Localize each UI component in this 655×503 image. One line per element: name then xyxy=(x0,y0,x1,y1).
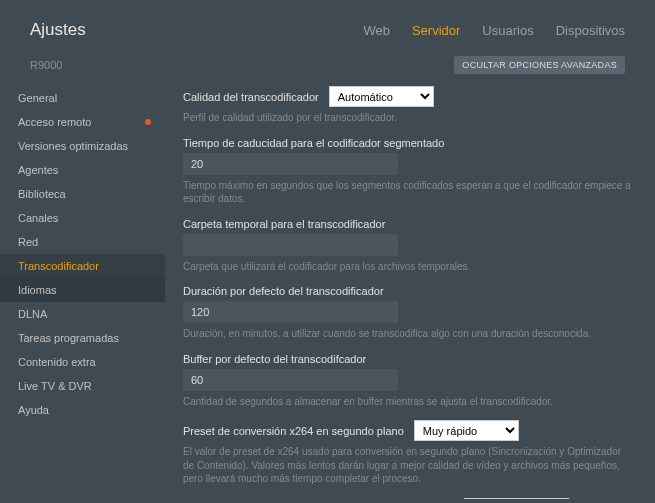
sidebar-item-label: Ayuda xyxy=(18,404,49,416)
preset-label: Preset de conversión x264 en segundo pla… xyxy=(183,425,404,437)
tab-dispositivos[interactable]: Dispositivos xyxy=(556,23,625,38)
tab-web[interactable]: Web xyxy=(363,23,390,38)
preset-select[interactable]: Muy rápido xyxy=(414,420,519,441)
duration-label: Duración por defecto del transcodificado… xyxy=(183,285,633,297)
sidebar-item-transcodificador[interactable]: Transcodificador xyxy=(0,254,165,278)
sidebar-item-agentes[interactable]: Agentes xyxy=(0,158,165,182)
sidebar-item-label: Agentes xyxy=(18,164,58,176)
sidebar: GeneralAcceso remotoVersiones optimizada… xyxy=(0,86,165,499)
page-title: Ajustes xyxy=(30,20,86,40)
toggle-advanced-button[interactable]: OCULTAR OPCIONES AVANZADAS xyxy=(454,56,625,74)
sidebar-item-ayuda[interactable]: Ayuda xyxy=(0,398,165,422)
timeout-label: Tiempo de caducidad para el codificador … xyxy=(183,137,633,149)
sidebar-item-label: Tareas programadas xyxy=(18,332,119,344)
tabs: Web Servidor Usuarios Dispositivos xyxy=(363,23,625,38)
server-name: R9000 xyxy=(30,59,62,71)
preset-help: El valor de preset de x264 usado para co… xyxy=(183,445,633,486)
sidebar-item-contenido-extra[interactable]: Contenido extra xyxy=(0,350,165,374)
sidebar-item-label: Live TV & DVR xyxy=(18,380,92,392)
tempdir-input[interactable] xyxy=(183,234,398,256)
sidebar-item-label: Red xyxy=(18,236,38,248)
tab-servidor[interactable]: Servidor xyxy=(412,23,460,38)
buffer-label: Buffer por defecto del transcodifcador xyxy=(183,353,633,365)
sidebar-item-label: General xyxy=(18,92,57,104)
sidebar-item-label: Biblioteca xyxy=(18,188,66,200)
quality-label: Calidad del transcodificador xyxy=(183,91,319,103)
sidebar-item-acceso-remoto[interactable]: Acceso remoto xyxy=(0,110,165,134)
timeout-help: Tiempo máximo en segundos que los segmen… xyxy=(183,179,633,206)
timeout-input[interactable] xyxy=(183,153,398,175)
sidebar-item-general[interactable]: General xyxy=(0,86,165,110)
tempdir-help: Carpeta que utilizará el codificador par… xyxy=(183,260,633,274)
alert-dot-icon xyxy=(145,119,151,125)
settings-form: Calidad del transcodificador Automático … xyxy=(165,86,655,499)
tab-usuarios[interactable]: Usuarios xyxy=(482,23,533,38)
duration-input[interactable] xyxy=(183,301,398,323)
subheader: R9000 OCULTAR OPCIONES AVANZADAS xyxy=(0,50,655,86)
buffer-input[interactable] xyxy=(183,369,398,391)
quality-select[interactable]: Automático xyxy=(329,86,434,107)
sidebar-item-versiones-optimizadas[interactable]: Versiones optimizadas xyxy=(0,134,165,158)
sidebar-item-live-tv-dvr[interactable]: Live TV & DVR xyxy=(0,374,165,398)
sidebar-item-label: Transcodificador xyxy=(18,260,99,272)
sidebar-item-biblioteca[interactable]: Biblioteca xyxy=(0,182,165,206)
header: Ajustes Web Servidor Usuarios Dispositiv… xyxy=(0,0,655,50)
sidebar-item-red[interactable]: Red xyxy=(0,230,165,254)
quality-help: Perfil de calidad utilizado por el trans… xyxy=(183,111,633,125)
maxconv-select[interactable]: Ilimitado xyxy=(464,498,569,500)
sidebar-item-label: Versiones optimizadas xyxy=(18,140,128,152)
sidebar-item-tareas-programadas[interactable]: Tareas programadas xyxy=(0,326,165,350)
sidebar-item-label: Contenido extra xyxy=(18,356,96,368)
sidebar-item-label: Idiomas xyxy=(18,284,57,296)
sidebar-item-canales[interactable]: Canales xyxy=(0,206,165,230)
buffer-help: Cantidad de segundos a almacenar en buff… xyxy=(183,395,633,409)
sidebar-item-idiomas[interactable]: Idiomas xyxy=(0,278,165,302)
tempdir-label: Carpeta temporal para el transcodificado… xyxy=(183,218,633,230)
sidebar-item-dlna[interactable]: DLNA xyxy=(0,302,165,326)
duration-help: Duración, en minutos, a utilizar cuando … xyxy=(183,327,633,341)
sidebar-item-label: DLNA xyxy=(18,308,47,320)
sidebar-item-label: Canales xyxy=(18,212,58,224)
sidebar-item-label: Acceso remoto xyxy=(18,116,91,128)
